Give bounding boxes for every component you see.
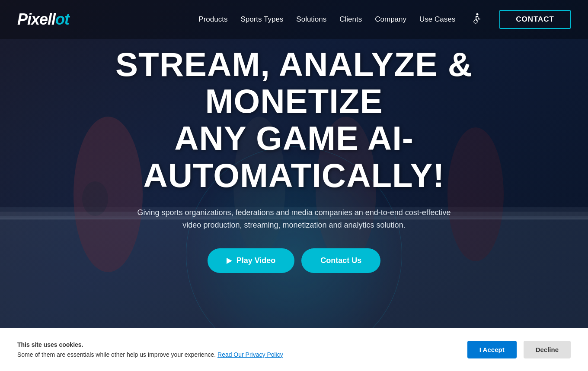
svg-point-1 bbox=[474, 20, 477, 23]
nav-solutions[interactable]: Solutions bbox=[296, 15, 326, 24]
cookie-text: This site uses cookies. Some of them are… bbox=[17, 340, 283, 359]
contact-button[interactable]: CONTACT bbox=[499, 10, 571, 29]
hero-headline-line2: ANY GAME AI-AUTOMATICALLY! bbox=[143, 119, 444, 194]
play-icon bbox=[227, 258, 232, 264]
logo-lot: ot bbox=[55, 10, 69, 28]
play-video-label: Play Video bbox=[236, 256, 276, 265]
nav-sports-types[interactable]: Sports Types bbox=[240, 15, 283, 24]
hero-subtext: Giving sports organizations, federations… bbox=[130, 206, 458, 231]
hero-content: STREAM, ANALYZE & MONETIZE ANY GAME AI-A… bbox=[0, 46, 588, 273]
accessibility-icon[interactable] bbox=[473, 13, 482, 26]
cookie-title: This site uses cookies. bbox=[17, 341, 83, 348]
accept-cookies-button[interactable]: I Accept bbox=[467, 341, 517, 358]
cookie-description: Some of them are essentials while other … bbox=[17, 351, 216, 358]
logo-pixel: Pixell bbox=[17, 10, 55, 28]
hero-headline-line1: STREAM, ANALYZE & MONETIZE bbox=[115, 45, 473, 120]
hero-buttons: Play Video Contact Us bbox=[26, 248, 562, 273]
logo[interactable]: Pixellot bbox=[17, 10, 69, 29]
contact-us-button[interactable]: Contact Us bbox=[301, 248, 380, 273]
nav-clients[interactable]: Clients bbox=[339, 15, 362, 24]
hero-headline: STREAM, ANALYZE & MONETIZE ANY GAME AI-A… bbox=[26, 46, 562, 194]
cookie-buttons: I Accept Decline bbox=[467, 341, 571, 358]
privacy-policy-link[interactable]: Read Our Privacy Policy bbox=[217, 351, 283, 358]
hero-section: STREAM, ANALYZE & MONETIZE ANY GAME AI-A… bbox=[0, 0, 588, 328]
cookie-banner: This site uses cookies. Some of them are… bbox=[0, 328, 588, 371]
nav-company[interactable]: Company bbox=[375, 15, 406, 24]
nav-use-cases[interactable]: Use Cases bbox=[419, 15, 455, 24]
main-nav: Products Sports Types Solutions Clients … bbox=[198, 10, 571, 29]
logo-text: Pixellot bbox=[17, 10, 69, 29]
svg-point-0 bbox=[476, 13, 479, 15]
decline-cookies-button[interactable]: Decline bbox=[524, 341, 571, 358]
header: Pixellot Products Sports Types Solutions… bbox=[0, 0, 588, 39]
play-video-button[interactable]: Play Video bbox=[208, 248, 295, 273]
nav-products[interactable]: Products bbox=[198, 15, 227, 24]
